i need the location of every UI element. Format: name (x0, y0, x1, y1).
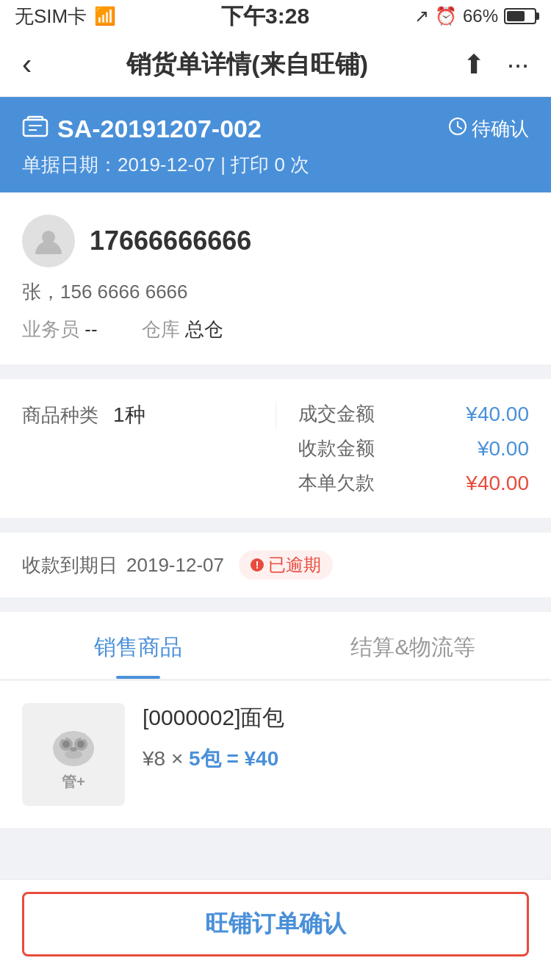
status-right: ↗ ⏰ 66% (414, 6, 536, 26)
tab-bar: 销售商品 结算&物流等 (0, 612, 551, 680)
product-thumbnail: 管+ (22, 703, 125, 806)
location-icon: ↗ (414, 6, 429, 26)
received-label: 收款金额 (298, 436, 375, 461)
price-text: ¥8 × (143, 747, 189, 770)
tab-products[interactable]: 销售商品 (0, 612, 276, 679)
customer-contact: 张，156 6666 6666 (22, 279, 529, 305)
back-button[interactable]: ‹ (22, 48, 32, 81)
battery-indicator (504, 8, 536, 24)
order-status: 待确认 (448, 116, 529, 142)
product-price: ¥8 × 5包 = ¥40 (143, 745, 529, 773)
customer-meta: 业务员 -- 仓库 总仓 (22, 317, 529, 342)
overdue-text: 已逾期 (268, 553, 321, 577)
overdue-badge: ! 已逾期 (239, 550, 333, 580)
svg-point-13 (70, 747, 77, 752)
svg-point-11 (77, 741, 84, 748)
product-type-label: 商品种类 (22, 403, 98, 428)
alarm-icon: ⏰ (435, 6, 457, 26)
customer-phone: 17666666666 (90, 226, 251, 256)
nav-actions: ⬆ ··· (463, 49, 529, 80)
product-name: [0000002]面包 (143, 703, 529, 733)
svg-rect-0 (24, 120, 47, 136)
svg-line-5 (458, 126, 461, 129)
share-button[interactable]: ⬆ (463, 49, 485, 80)
warehouse-label: 仓库 (142, 318, 180, 340)
bottom-area: 旺铺订单确认 (0, 879, 551, 980)
transaction-label: 成交金额 (298, 401, 375, 427)
amount-section: 成交金额 ¥40.00 收款金额 ¥0.00 本单欠款 ¥40.00 (276, 401, 530, 496)
clock-icon (448, 117, 467, 141)
time-display: 下午3:28 (221, 1, 309, 32)
transaction-row: 成交金额 ¥40.00 (298, 401, 530, 427)
svg-point-10 (62, 741, 70, 748)
confirm-order-button[interactable]: 旺铺订单确认 (22, 892, 529, 956)
overdue-icon: ! (251, 558, 264, 572)
debt-label: 本单欠款 (298, 470, 375, 496)
transaction-value: ¥40.00 (466, 403, 529, 426)
order-header: SA-20191207-002 待确认 单据日期：2019-12-07 | 打印… (0, 97, 551, 192)
warehouse-value: 总仓 (185, 318, 223, 340)
product-item: 管+ [0000002]面包 ¥8 × 5包 = ¥40 (22, 703, 529, 806)
product-type-section: 商品种类 1种 (22, 401, 276, 429)
status-left: 无SIM卡 📶 (15, 4, 116, 29)
product-section: 管+ [0000002]面包 ¥8 × 5包 = ¥40 (0, 681, 551, 828)
customer-card: 17666666666 张，156 6666 6666 业务员 -- 仓库 总仓 (0, 192, 551, 364)
product-info: [0000002]面包 ¥8 × 5包 = ¥40 (143, 703, 529, 773)
order-icon (22, 115, 48, 143)
battery-percent: 66% (463, 6, 498, 26)
page-title: 销货单详情(来自旺铺) (126, 48, 368, 82)
order-number: SA-20191207-002 (22, 115, 262, 143)
carrier-text: 无SIM卡 (15, 4, 87, 29)
more-button[interactable]: ··· (507, 49, 529, 80)
stats-card: 商品种类 1种 成交金额 ¥40.00 收款金额 ¥0.00 本单欠款 ¥40.… (0, 379, 551, 518)
received-value: ¥0.00 (478, 437, 529, 461)
salesman-value: -- (84, 318, 97, 340)
status-bar: 无SIM卡 📶 下午3:28 ↗ ⏰ 66% (0, 0, 551, 32)
salesman-label: 业务员 (22, 318, 79, 340)
wifi-icon: 📶 (94, 6, 116, 26)
due-date-value: 2019-12-07 (126, 554, 224, 577)
total-text: = ¥40 (221, 747, 279, 770)
tab-settlement[interactable]: 结算&物流等 (276, 612, 551, 679)
quantity-text: 5包 (189, 747, 221, 770)
brand-text: 管+ (62, 772, 85, 792)
debt-value: ¥40.00 (466, 472, 529, 495)
due-date-label: 收款到期日 (22, 552, 118, 578)
debt-row: 本单欠款 ¥40.00 (298, 470, 530, 496)
product-type-value: 1种 (113, 401, 145, 429)
avatar (22, 215, 75, 267)
order-date: 单据日期：2019-12-07 | 打印 0 次 (22, 152, 529, 178)
due-date-card: 收款到期日 2019-12-07 ! 已逾期 (0, 533, 551, 597)
nav-bar: ‹ 销货单详情(来自旺铺) ⬆ ··· (0, 32, 551, 97)
received-row: 收款金额 ¥0.00 (298, 436, 530, 461)
